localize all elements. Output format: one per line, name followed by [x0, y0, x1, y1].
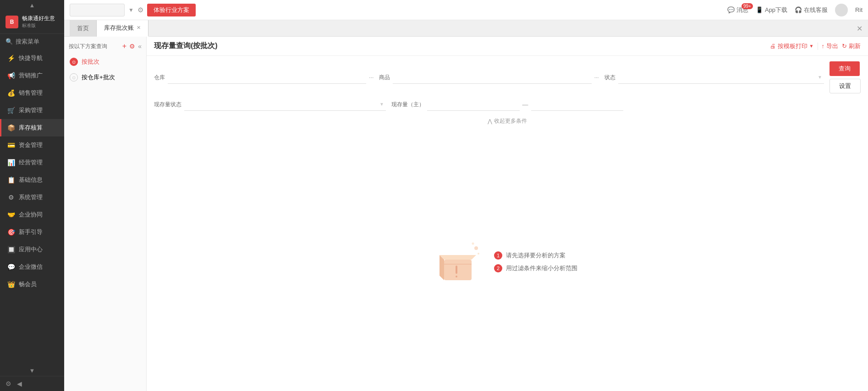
quick-nav-icon: ⚡	[7, 54, 15, 62]
inventory-status-select[interactable]: ▼	[184, 98, 386, 111]
export-button[interactable]: ↑ 导出	[822, 42, 839, 50]
filter-area: 仓库 ··· 商品 ··· 状态 ▼	[147, 56, 868, 132]
online-service-button[interactable]: 🎧 在线客服	[795, 6, 828, 14]
product-label: 商品	[379, 74, 390, 81]
sidebar-item-system[interactable]: ⚙ 系统管理	[0, 189, 64, 206]
sidebar-item-label: 畅会员	[19, 280, 37, 288]
refresh-label: 刷新	[849, 42, 861, 50]
inventory-qty-to-input[interactable]	[531, 98, 624, 111]
sidebar-item-inventory[interactable]: 📦 库存核算	[0, 119, 64, 136]
product-input[interactable]	[393, 71, 591, 84]
app-center-icon: 🔲	[7, 245, 15, 254]
sidebar-item-label: 快捷导航	[19, 54, 43, 62]
app-version: 标准版	[22, 22, 55, 29]
collapse-more-btn[interactable]: ⋀ 收起更多条件	[154, 115, 861, 127]
scheme-collapse-icon[interactable]: «	[138, 43, 142, 50]
topbar-gear-icon[interactable]: ⚙	[137, 6, 143, 14]
sidebar-item-sales[interactable]: 💰 销售管理	[0, 84, 64, 102]
sidebar-item-quick-nav[interactable]: ⚡ 快捷导航	[0, 49, 64, 67]
tabbar: 首页 库存批次账 ✕ ✕	[64, 20, 868, 37]
sidebar-item-enterprise[interactable]: 🤝 企业协同	[0, 206, 64, 223]
print-button[interactable]: 🖨 按模板打印 ▼	[770, 42, 814, 50]
sidebar-item-finance[interactable]: 💳 资金管理	[0, 136, 64, 154]
refresh-icon: ↻	[842, 43, 847, 49]
warehouse-label: 仓库	[154, 74, 165, 81]
tab-home[interactable]: 首页	[70, 20, 97, 37]
base-icon: 📋	[7, 176, 15, 184]
sidebar-nav: ⚡ 快捷导航 📢 营销推广 💰 销售管理 🛒 采购管理 📦 库存核算 💳 资金管…	[0, 49, 64, 365]
sidebar-search[interactable]: 🔍 搜索菜单	[0, 34, 64, 49]
username-label[interactable]: Rit	[855, 6, 863, 13]
scheme-item-warehouse-batch[interactable]: ⊙ 按仓库+批次	[64, 70, 146, 85]
export-icon: ↑	[822, 43, 825, 49]
refresh-button[interactable]: ↻ 刷新	[842, 42, 861, 50]
app-download-button[interactable]: 📱 App下载	[756, 6, 787, 14]
sidebar-item-purchase[interactable]: 🛒 采购管理	[0, 102, 64, 119]
sidebar-collapse-icon[interactable]: ◀	[17, 380, 22, 387]
sidebar-scroll-down[interactable]: ▼	[0, 365, 64, 376]
divider	[818, 43, 818, 50]
app-logo: B	[5, 16, 18, 28]
inventory-qty-from-input[interactable]	[427, 98, 520, 111]
message-button[interactable]: 💬 消息 99+	[727, 6, 748, 14]
topbar-dropdown-arrow[interactable]: ▼	[128, 7, 134, 13]
trial-button[interactable]: 体验行业方案	[147, 4, 196, 16]
tab-inventory-batch[interactable]: 库存批次账 ✕	[97, 20, 148, 37]
settings-button[interactable]: 设置	[830, 79, 861, 93]
svg-point-4	[474, 246, 478, 250]
sidebar-item-base[interactable]: 📋 基础信息	[0, 171, 64, 189]
sidebar-item-member[interactable]: 👑 畅会员	[0, 276, 64, 293]
tab-close-main-icon[interactable]: ✕	[857, 24, 863, 33]
right-content: 现存量查询(按批次) 🖨 按模板打印 ▼ ↑ 导出 ↻ 刷新	[147, 37, 868, 391]
print-dropdown-icon[interactable]: ▼	[809, 43, 814, 49]
product-more-icon[interactable]: ···	[594, 74, 599, 81]
sidebar-item-guide[interactable]: 🎯 新手引导	[0, 223, 64, 241]
status-select[interactable]: ▼	[618, 71, 824, 84]
sidebar-item-operation[interactable]: 📊 经营管理	[0, 154, 64, 171]
service-icon: 🎧	[795, 6, 802, 13]
page-header: 现存量查询(按批次) 🖨 按模板打印 ▼ ↑ 导出 ↻ 刷新	[147, 37, 868, 56]
scheme-settings-icon[interactable]: ⚙	[129, 43, 135, 50]
tab-inventory-batch-close[interactable]: ✕	[137, 25, 141, 31]
guide-icon: 🎯	[7, 228, 15, 236]
service-label: 在线客服	[804, 6, 828, 14]
empty-tips: 1 请先选择要分析的方案 2 用过滤条件来缩小分析范围	[494, 251, 577, 272]
sidebar-item-label: 经营管理	[19, 158, 43, 167]
topbar-left: ▼ ⚙ 体验行业方案	[70, 4, 724, 16]
inventory-qty-label: 现存量（主）	[391, 101, 424, 109]
sidebar-item-label: 新手引导	[19, 228, 43, 236]
warehouse-input[interactable]	[168, 71, 366, 84]
filter-row-2: 现存量状态 ▼ 现存量（主） —	[154, 98, 861, 111]
sidebar-item-wechat[interactable]: 💬 企业微信	[0, 258, 64, 276]
scheme-inactive-icon: ⊙	[70, 73, 78, 81]
sidebar-item-app-center[interactable]: 🔲 应用中心	[0, 241, 64, 258]
content-area: 按以下方案查询 + ⚙ « ⊙ 按批次 ⊙ 按仓库+批次 现存量查询(按批次)	[64, 37, 868, 391]
sidebar-item-marketing[interactable]: 📢 营销推广	[0, 67, 64, 84]
inventory-qty-separator: —	[522, 101, 528, 108]
status-select-arrow: ▼	[818, 75, 822, 80]
system-icon: ⚙	[7, 193, 15, 201]
inventory-status-filter: 现存量状态 ▼	[154, 98, 386, 111]
add-scheme-icon[interactable]: +	[122, 42, 126, 50]
scheme-panel-header: 按以下方案查询 + ⚙ «	[64, 40, 146, 54]
sidebar-settings-icon[interactable]: ⚙	[5, 380, 11, 387]
sales-icon: 💰	[7, 89, 15, 97]
message-badge: 99+	[742, 3, 753, 9]
app-download-label: App下载	[765, 6, 787, 14]
company-name: 畅康通好生意	[22, 15, 55, 22]
topbar-search-input[interactable]	[70, 4, 125, 16]
sidebar-scroll-up[interactable]: ▲	[0, 0, 64, 11]
warehouse-more-icon[interactable]: ···	[369, 74, 374, 81]
export-label: 导出	[826, 42, 838, 50]
scheme-item-batch[interactable]: ⊙ 按批次	[64, 54, 146, 70]
filter-row-1: 仓库 ··· 商品 ··· 状态 ▼	[154, 61, 861, 93]
empty-svg	[437, 239, 483, 285]
query-button[interactable]: 查询	[830, 61, 860, 76]
user-avatar[interactable]	[835, 4, 848, 16]
sidebar-item-label: 系统管理	[19, 193, 43, 201]
svg-rect-7	[456, 266, 457, 274]
scheme-item-label: 按仓库+批次	[82, 73, 115, 81]
scheme-item-label: 按批次	[82, 58, 99, 66]
print-label: 按模板打印	[778, 42, 808, 50]
main-area: ▼ ⚙ 体验行业方案 💬 消息 99+ 📱 App下载 🎧 在线客服 Rit	[64, 0, 868, 391]
